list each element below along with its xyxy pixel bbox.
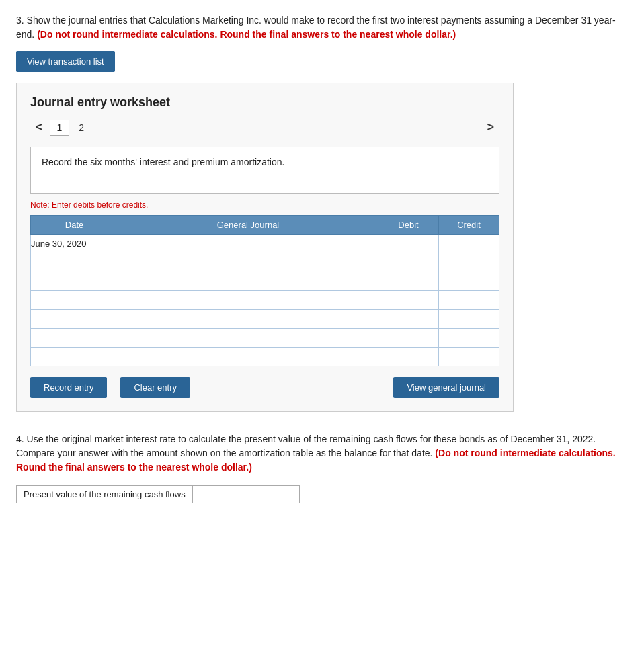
general-journal-cell[interactable]: [118, 291, 378, 310]
date-input[interactable]: [31, 253, 118, 272]
worksheet-title: Journal entry worksheet: [30, 95, 499, 110]
table-row: [31, 253, 499, 272]
credit-input[interactable]: [439, 253, 499, 272]
view-general-journal-button[interactable]: View general journal: [393, 377, 499, 398]
debit-input[interactable]: [378, 253, 438, 272]
debit-cell[interactable]: [378, 348, 439, 366]
col-header-general-journal: General Journal: [118, 216, 378, 235]
action-buttons-row: Record entry Clear entry View general jo…: [30, 377, 499, 398]
date-input[interactable]: [31, 348, 118, 366]
question3-text: 3. Show the journal entries that Calcula…: [16, 13, 628, 42]
debit-input[interactable]: [378, 329, 438, 347]
general-journal-input[interactable]: [118, 348, 378, 366]
table-row: [31, 291, 499, 310]
view-transaction-list-button[interactable]: View transaction list: [16, 51, 115, 72]
credit-cell[interactable]: [439, 291, 499, 310]
date-cell[interactable]: [31, 348, 118, 366]
debit-input[interactable]: [378, 310, 438, 328]
debit-input[interactable]: [378, 272, 438, 290]
debit-input[interactable]: [378, 291, 438, 309]
debit-cell[interactable]: [378, 329, 439, 348]
clear-entry-button[interactable]: Clear entry: [120, 377, 190, 398]
date-input[interactable]: [31, 329, 118, 347]
credit-cell[interactable]: [439, 253, 499, 272]
section4: 4. Use the original market interest rate…: [16, 432, 628, 503]
worksheet-note: Note: Enter debits before credits.: [30, 200, 499, 210]
debit-input[interactable]: [378, 348, 438, 366]
pv-input[interactable]: [192, 485, 300, 503]
debit-cell[interactable]: [378, 310, 439, 329]
credit-cell[interactable]: [439, 348, 499, 366]
date-input[interactable]: [31, 291, 118, 309]
credit-input[interactable]: [439, 291, 499, 309]
credit-input[interactable]: [439, 235, 499, 253]
question4-text: 4. Use the original market interest rate…: [16, 432, 628, 475]
general-journal-input[interactable]: [118, 329, 378, 347]
tab-2[interactable]: 2: [72, 120, 91, 135]
general-journal-cell[interactable]: [118, 348, 378, 366]
general-journal-input[interactable]: [118, 310, 378, 328]
col-header-debit: Debit: [378, 216, 439, 235]
record-entry-button[interactable]: Record entry: [30, 377, 107, 398]
debit-cell[interactable]: [378, 253, 439, 272]
debit-cell[interactable]: [378, 235, 439, 253]
credit-input[interactable]: [439, 272, 499, 290]
date-cell[interactable]: [31, 310, 118, 329]
date-cell[interactable]: [31, 253, 118, 272]
journal-table: Date General Journal Debit Credit June 3…: [30, 215, 499, 366]
date-input[interactable]: [31, 310, 118, 328]
table-row: [31, 348, 499, 366]
date-cell: June 30, 2020: [31, 235, 118, 253]
present-value-row: Present value of the remaining cash flow…: [16, 485, 628, 503]
general-journal-input[interactable]: [118, 253, 378, 272]
tab-1[interactable]: 1: [50, 120, 70, 136]
credit-cell[interactable]: [439, 329, 499, 348]
credit-input[interactable]: [439, 348, 499, 366]
credit-input[interactable]: [439, 329, 499, 347]
debit-cell[interactable]: [378, 272, 439, 291]
worksheet-description: Record the six months' interest and prem…: [30, 147, 499, 194]
general-journal-cell[interactable]: [118, 253, 378, 272]
journal-entry-worksheet: Journal entry worksheet < 1 2 > Record t…: [16, 83, 514, 412]
nav-right-arrow[interactable]: >: [481, 119, 499, 136]
debit-input[interactable]: [378, 235, 438, 253]
general-journal-cell[interactable]: [118, 329, 378, 348]
general-journal-cell[interactable]: [118, 310, 378, 329]
table-row: [31, 329, 499, 348]
table-row: [31, 310, 499, 329]
date-cell[interactable]: [31, 329, 118, 348]
table-row: June 30, 2020: [31, 235, 499, 253]
table-row: [31, 272, 499, 291]
col-header-date: Date: [31, 216, 118, 235]
credit-cell[interactable]: [439, 235, 499, 253]
nav-row: < 1 2 >: [30, 119, 499, 136]
credit-cell[interactable]: [439, 272, 499, 291]
general-journal-input[interactable]: [118, 235, 378, 253]
general-journal-input[interactable]: [118, 272, 378, 290]
general-journal-cell[interactable]: [118, 235, 378, 253]
date-input[interactable]: [31, 272, 118, 290]
credit-cell[interactable]: [439, 310, 499, 329]
question3-bold-red: (Do not round intermediate calculations.…: [37, 29, 456, 40]
col-header-credit: Credit: [439, 216, 499, 235]
credit-input[interactable]: [439, 310, 499, 328]
debit-cell[interactable]: [378, 291, 439, 310]
pv-label: Present value of the remaining cash flow…: [16, 485, 192, 503]
general-journal-cell[interactable]: [118, 272, 378, 291]
date-cell[interactable]: [31, 272, 118, 291]
general-journal-input[interactable]: [118, 291, 378, 309]
nav-left-arrow[interactable]: <: [30, 119, 48, 136]
date-cell[interactable]: [31, 291, 118, 310]
